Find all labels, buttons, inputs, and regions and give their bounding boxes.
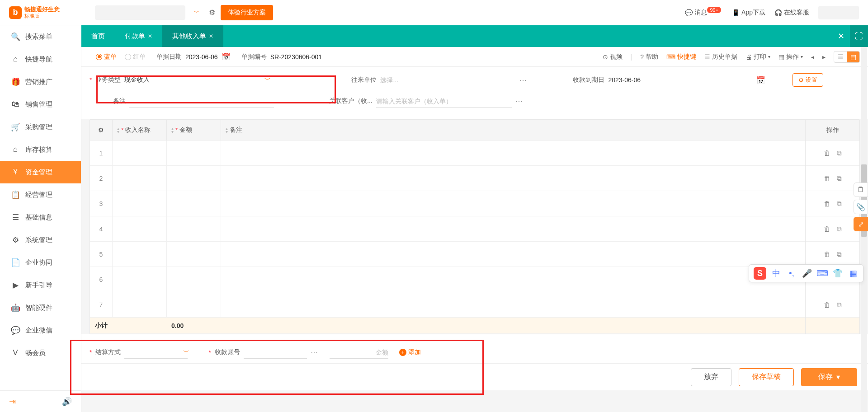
nav-next[interactable]: ▸: [822, 53, 826, 61]
sidebar-item-2[interactable]: 🎁营销推广: [0, 70, 81, 93]
table-row[interactable]: 4: [90, 216, 805, 242]
experience-button[interactable]: 体验行业方案: [221, 5, 273, 20]
customer-service-link[interactable]: 🎧 在线客服: [774, 9, 809, 17]
close-icon[interactable]: ✕: [209, 33, 213, 39]
party-input[interactable]: [380, 74, 516, 86]
table-config-button[interactable]: ⚙: [90, 120, 113, 140]
ime-toolbar[interactable]: S 中 •, 🎤 ⌨ 👕 ▦: [749, 264, 863, 282]
cell-memo[interactable]: [221, 267, 805, 292]
ime-mic-icon[interactable]: 🎤: [802, 268, 812, 279]
table-row[interactable]: 5: [90, 242, 805, 267]
delete-row-icon[interactable]: 🗑: [824, 225, 830, 233]
col-memo[interactable]: ▴▾备注: [221, 120, 805, 140]
memo-input[interactable]: [129, 95, 274, 108]
view-mode-toggle[interactable]: ☰▤: [834, 51, 860, 63]
copy-row-icon[interactable]: ⧉: [837, 174, 842, 183]
sidebar-item-9[interactable]: ⚙系统管理: [0, 229, 81, 251]
sound-icon[interactable]: 🔊: [62, 397, 72, 407]
cell-memo[interactable]: [221, 140, 805, 165]
calendar-icon[interactable]: 📅: [222, 52, 231, 61]
sidebar-item-7[interactable]: 📋经营管理: [0, 183, 81, 206]
tool-hotkey[interactable]: ⌨快捷键: [666, 53, 696, 61]
delete-row-icon[interactable]: 🗑: [824, 250, 830, 258]
more-icon[interactable]: ⋯: [519, 76, 528, 84]
discard-button[interactable]: 放弃: [691, 368, 731, 386]
sidebar-item-13[interactable]: 💬企业微信: [0, 319, 81, 342]
tool-help[interactable]: ?帮助: [640, 53, 658, 61]
copy-row-icon[interactable]: ⧉: [837, 149, 842, 157]
more-icon[interactable]: ⋯: [311, 348, 319, 357]
sidebar-item-11[interactable]: ▶新手引导: [0, 274, 81, 296]
cell-memo[interactable]: [221, 166, 805, 191]
tool-history[interactable]: ☰历史单据: [704, 53, 737, 61]
settle-method-input[interactable]: [124, 346, 188, 359]
cell-income-name[interactable]: [113, 140, 167, 165]
due-date-input[interactable]: [608, 74, 753, 86]
company-selector[interactable]: [95, 5, 185, 20]
tag-attach-icon[interactable]: 📎: [854, 200, 868, 214]
ime-keyboard-icon[interactable]: ⌨: [817, 268, 828, 279]
radio-red[interactable]: 红单: [125, 53, 146, 61]
radio-blue[interactable]: 蓝单: [96, 53, 117, 61]
delete-row-icon[interactable]: 🗑: [824, 149, 830, 157]
settings-button[interactable]: ⚙设置: [793, 73, 823, 87]
doc-date-value[interactable]: 2023-06-06: [185, 53, 218, 61]
sidebar-item-12[interactable]: 🤖智能硬件: [0, 296, 81, 319]
tab-2[interactable]: 其他收入单✕: [162, 25, 223, 47]
sidebar-item-0[interactable]: 🔍搜索菜单: [0, 25, 81, 48]
ime-punct-icon[interactable]: •,: [786, 268, 797, 279]
table-row[interactable]: 6: [90, 267, 805, 292]
ime-toolbox-icon[interactable]: ▦: [848, 268, 859, 279]
sidebar-item-10[interactable]: 📄企业协同: [0, 251, 81, 274]
sidebar-item-8[interactable]: ☰基础信息: [0, 206, 81, 229]
collapse-icon[interactable]: ⇥: [9, 397, 16, 407]
delete-row-icon[interactable]: 🗑: [824, 301, 830, 309]
save-draft-button[interactable]: 保存草稿: [739, 368, 794, 386]
tab-1[interactable]: 付款单✕: [115, 25, 162, 47]
tag-expand-icon[interactable]: ⤢: [854, 217, 868, 231]
messages-link[interactable]: 💬 消息 99+: [685, 9, 723, 17]
settle-account-input[interactable]: [244, 346, 307, 359]
table-row[interactable]: 1: [90, 140, 805, 166]
cell-income-name[interactable]: [113, 166, 167, 191]
add-settlement-button[interactable]: +添加: [399, 348, 421, 356]
calendar-icon[interactable]: 📅: [756, 76, 765, 84]
chevron-down-icon[interactable]: ﹀: [264, 76, 271, 84]
ime-skin-icon[interactable]: 👕: [832, 268, 843, 279]
cell-income-name[interactable]: [113, 216, 167, 241]
sidebar-item-1[interactable]: ⌂快捷导航: [0, 48, 81, 70]
table-row[interactable]: 2: [90, 166, 805, 191]
more-icon[interactable]: ⋯: [515, 97, 524, 106]
delete-row-icon[interactable]: 🗑: [824, 200, 830, 207]
settle-amount-input[interactable]: [330, 346, 388, 359]
sidebar-item-4[interactable]: 🛒采购管理: [0, 116, 81, 138]
cell-amount[interactable]: [167, 267, 221, 292]
cell-income-name[interactable]: [113, 242, 167, 267]
chevron-down-icon[interactable]: ﹀: [190, 9, 203, 17]
col-income-name[interactable]: ▴▾*收入名称: [113, 120, 167, 140]
tab-close-all[interactable]: ✕: [832, 25, 850, 47]
cell-income-name[interactable]: [113, 292, 167, 317]
tab-0[interactable]: 首页: [81, 25, 115, 47]
tool-print[interactable]: 🖨打印▾: [745, 53, 770, 61]
copy-row-icon[interactable]: ⧉: [837, 301, 842, 309]
tool-ops[interactable]: ▦操作▾: [778, 53, 803, 61]
sidebar-item-3[interactable]: 🛍销售管理: [0, 93, 81, 116]
table-row[interactable]: 3: [90, 191, 805, 216]
nav-prev[interactable]: ◂: [811, 53, 814, 61]
tag-note-icon[interactable]: 🗒: [854, 183, 868, 197]
cell-amount[interactable]: [167, 191, 221, 216]
copy-row-icon[interactable]: ⧉: [837, 250, 842, 258]
cell-amount[interactable]: [167, 292, 221, 317]
delete-row-icon[interactable]: 🗑: [824, 174, 830, 182]
related-customer-input[interactable]: [376, 95, 512, 108]
cell-memo[interactable]: [221, 191, 805, 216]
table-row[interactable]: 7: [90, 292, 805, 318]
save-button[interactable]: 保存▾: [801, 368, 857, 386]
sidebar-item-5[interactable]: ⌂库存核算: [0, 138, 81, 161]
cell-amount[interactable]: [167, 216, 221, 241]
biztype-input[interactable]: [124, 74, 269, 86]
cell-income-name[interactable]: [113, 191, 167, 216]
col-amount[interactable]: ▴▾*金额: [167, 120, 221, 140]
cell-memo[interactable]: [221, 242, 805, 267]
